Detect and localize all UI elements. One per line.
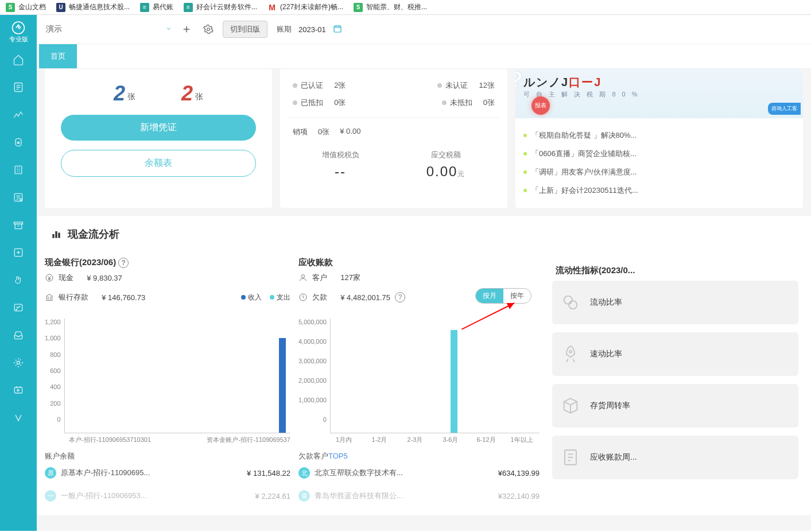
account-row[interactable]: 原 原基本户-招行-11090695... ¥ 131,548.22 (45, 461, 290, 484)
bookmark-label: (227封未读邮件)畅... (280, 2, 343, 12)
account-badge: 一 (45, 490, 56, 502)
account-badge: 原 (45, 467, 56, 479)
liquidity-metric[interactable]: 存货周转率 (552, 384, 798, 428)
nav-building-icon[interactable] (7, 158, 30, 181)
nav-gear-icon[interactable] (7, 351, 30, 374)
report-circle-button[interactable]: 报表 (531, 96, 550, 115)
bookmark-icon: S (354, 3, 363, 12)
nav-v-icon[interactable] (7, 406, 30, 429)
uncertified-label: 未认证 12张 (437, 80, 495, 91)
legend-out: 支出 (277, 293, 290, 302)
bookmark-item[interactable]: U 畅捷通信息技术股... (56, 2, 130, 12)
bookmark-icon: ≡ (184, 3, 193, 12)
help-button[interactable]: 咨询人工客 (768, 103, 801, 115)
logo-label: 专业版 (9, 35, 28, 44)
sidebar: 专业版 (0, 15, 37, 531)
news-item[interactable]: 「上新」好会计20230511迭代... (523, 181, 795, 200)
nav-doc-icon[interactable] (7, 76, 30, 99)
bank-icon (45, 293, 54, 302)
x-label: 1年以上 (504, 436, 540, 444)
tabs: 首页 (37, 44, 811, 69)
liquidity-panel: 流动性指标(2023/0... 流动比率 速动比率 存货周转率 (548, 257, 803, 507)
nav-archive-icon[interactable] (7, 213, 30, 236)
period-value: 2023-01 (298, 25, 326, 34)
bookmark-label: 金山文档 (18, 2, 46, 12)
plus-icon[interactable] (179, 22, 194, 37)
bookmark-item[interactable]: ≡ 好会计云财务软件... (184, 2, 257, 12)
sales-row: 销项 0张 ¥ 0.00 (288, 123, 499, 141)
toggle-year[interactable]: 按年 (503, 289, 531, 303)
x-label: 1-2月 (362, 436, 397, 444)
nav-report-icon[interactable] (7, 186, 30, 209)
svg-point-18 (301, 275, 304, 278)
new-voucher-button[interactable]: 新增凭证 (61, 115, 256, 141)
news-card: ? ルンノJ口ーJ 可 自 主 解 决 税 期 8 0 % 报表 咨询人工客 「… (515, 69, 803, 208)
debtor-row[interactable]: 青 青岛华胜蓝合科技有限公... ¥322,140.99 (298, 484, 540, 507)
account-row[interactable]: 一 一般户-招行-110906953... ¥ 2,224.61 (45, 484, 290, 507)
svg-point-23 (569, 351, 572, 353)
nav-home-icon[interactable] (7, 48, 30, 71)
period-label: 账期 (277, 24, 292, 34)
svg-point-10 (17, 362, 20, 364)
tax-due-block: 应交税额 0.00元 (426, 150, 466, 180)
nav-tag-icon[interactable] (7, 296, 30, 319)
cash-chart: 1,2001,0008006004002000 (45, 319, 290, 433)
debtor-badge: 青 (298, 490, 310, 502)
svg-point-9 (16, 309, 17, 310)
cash-panel-title: 现金银行(2023/06) (45, 257, 116, 268)
bookmark-icon: M (267, 3, 277, 12)
nav-inbox-icon[interactable] (7, 324, 30, 347)
svg-rect-16 (58, 233, 60, 238)
bookmark-bar: S 金山文档 U 畅捷通信息技术股... ≡ 易代账 ≡ 好会计云财务软件...… (0, 0, 811, 15)
calendar-icon[interactable] (333, 24, 342, 35)
switch-version-button[interactable]: 切到旧版 (223, 21, 267, 38)
cash-line: 现金 ¥ 9,830.37 (45, 268, 290, 288)
gear-icon[interactable] (201, 22, 216, 37)
liquidity-metric[interactable]: 流动比率 (552, 281, 798, 324)
x-label: 2-3月 (397, 436, 433, 444)
svg-point-22 (569, 301, 577, 309)
help-icon[interactable]: ? (118, 258, 129, 268)
liquidity-metric[interactable]: 应收账款周... (552, 436, 798, 479)
voucher-count-blue: 2 张 (114, 81, 135, 106)
svg-rect-14 (52, 234, 54, 238)
news-item[interactable]: 「调研」用友客户/伙伴满意度... (523, 163, 795, 181)
nav-video-icon[interactable] (7, 379, 30, 402)
debtor-row[interactable]: 北 北京互帮联众数字技术有... ¥634,139.99 (298, 461, 540, 484)
ar-panel: 应收账款 客户 127家 欠款 ¥ 4,482,001.75 ? 按月 按年 (298, 257, 540, 507)
account-balance-title: 账户余额 (45, 444, 290, 461)
company-name: 演示 (46, 24, 62, 34)
banner-sub: 可 自 主 解 决 税 期 8 0 % (523, 90, 795, 99)
period-toggle: 按月 按年 (475, 288, 531, 304)
balance-sheet-button[interactable]: 余额表 (61, 150, 256, 177)
company-select[interactable]: 演示 (46, 24, 172, 34)
content-area: 2 张 2 张 新增凭证 余额表 已认证 2张 (37, 69, 811, 531)
bookmark-item[interactable]: S 金山文档 (6, 2, 46, 12)
question-icon: ? (515, 69, 522, 92)
nav-chart-icon[interactable] (7, 103, 30, 126)
top5-title: 欠款客户TOP5 (298, 444, 540, 461)
nav-hand-icon[interactable] (7, 269, 30, 292)
bookmark-item[interactable]: M (227封未读邮件)畅... (267, 2, 343, 12)
toggle-month[interactable]: 按月 (476, 289, 503, 303)
bookmark-item[interactable]: S 智能票、财、税推... (354, 2, 427, 12)
news-banner[interactable]: ? ルンノJ口ーJ 可 自 主 解 决 税 期 8 0 % 报表 咨询人工客 (515, 69, 803, 118)
cash-bank-panel: 现金银行(2023/06) ? 现金 ¥ 9,830.37 银行存款 ¥ 146… (45, 257, 290, 507)
bookmark-icon: ≡ (140, 3, 149, 12)
tab-home[interactable]: 首页 (39, 44, 77, 68)
help-icon[interactable]: ? (395, 292, 405, 302)
news-item[interactable]: 「0606直播」商贸企业辅助核... (523, 145, 795, 163)
liquidity-metric[interactable]: 速动比率 (552, 332, 798, 376)
nav-download-icon[interactable] (7, 241, 30, 264)
voucher-count-red: 2 张 (181, 81, 203, 106)
x-label: 3-6月 (433, 436, 468, 444)
nav-money-icon[interactable] (7, 131, 30, 154)
svg-rect-2 (15, 166, 22, 173)
customer-line: 客户 127家 (298, 268, 540, 288)
bookmark-item[interactable]: ≡ 易代账 (140, 2, 173, 12)
legend-in: 收入 (248, 293, 262, 302)
certified-label: 已认证 2张 (293, 80, 346, 91)
ar-chart: 5,000,0004,000,0003,000,0002,000,0001,00… (298, 319, 540, 433)
bookmark-label: 易代账 (153, 2, 173, 12)
news-item[interactable]: 「税期自助化答疑 」解决80%... (523, 126, 795, 145)
